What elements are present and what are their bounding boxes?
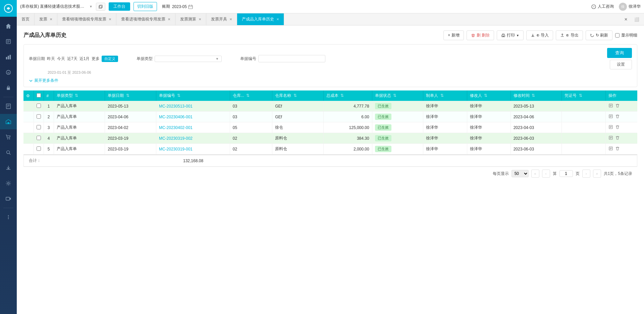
close-tab-button[interactable]: ✕: [622, 15, 630, 23]
new-button[interactable]: + 新增: [443, 30, 464, 40]
column-status[interactable]: 单据状态 ⇅: [372, 90, 423, 101]
filter-yesterday[interactable]: 昨天: [47, 56, 55, 62]
first-page-button[interactable]: «: [531, 170, 539, 178]
page-number-input[interactable]: [559, 170, 573, 177]
delete-button[interactable]: 删 删除: [467, 30, 494, 40]
sidebar-item-purchase[interactable]: [0, 129, 17, 145]
filter-custom-button[interactable]: 自定义: [102, 56, 118, 62]
tab-product-history[interactable]: 产成品入库单历史 ✕: [237, 13, 284, 25]
edit-icon[interactable]: [608, 146, 613, 152]
sidebar-item-invoice[interactable]: [0, 34, 17, 49]
row-number[interactable]: MC-20230513-001: [156, 101, 230, 112]
column-checkbox[interactable]: [34, 90, 44, 101]
row-checkbox[interactable]: [34, 112, 44, 122]
column-warehouse-name[interactable]: 仓库名称 ⇅: [272, 90, 324, 101]
delete-row-icon[interactable]: [615, 146, 620, 152]
row-checkbox[interactable]: [34, 101, 44, 112]
tab-invoice-issue-close[interactable]: ✕: [229, 17, 232, 21]
tab-invoice-close[interactable]: ✕: [50, 17, 52, 21]
tab-invoice-issue[interactable]: 发票开具 ✕: [206, 13, 237, 25]
row-number-link[interactable]: MC-20230406-001: [159, 115, 193, 119]
row-number[interactable]: MC-20230319-001: [156, 144, 230, 154]
row-modifier: 徐泽华: [467, 101, 511, 112]
delete-row-icon[interactable]: [615, 114, 620, 120]
row-checkbox[interactable]: [34, 133, 44, 144]
sidebar-item-tax[interactable]: 税: [0, 65, 17, 80]
set-button[interactable]: 设置: [610, 60, 632, 69]
prev-page-button[interactable]: ‹: [542, 170, 550, 178]
column-date[interactable]: 单据日期 ⇅: [105, 90, 156, 101]
tab-purchase-invoice[interactable]: 查看进项增值税专用发票 ✕: [116, 13, 175, 25]
workbench-button[interactable]: 工作台: [109, 2, 130, 11]
edit-icon[interactable]: [608, 135, 613, 141]
print-button[interactable]: 打印 ▼: [497, 30, 524, 40]
filter-last7[interactable]: 近7天: [67, 56, 77, 62]
last-page-button[interactable]: »: [593, 170, 601, 178]
sidebar-item-query[interactable]: [0, 145, 17, 160]
sidebar-item-lock[interactable]: [0, 80, 17, 96]
edit-icon[interactable]: [608, 125, 613, 130]
filter-last-month[interactable]: 近1月: [79, 56, 90, 62]
switch-version-button[interactable]: 切到旧版: [133, 2, 157, 11]
tab-purchase-invoice-close[interactable]: ✕: [168, 17, 170, 21]
next-page-button[interactable]: ›: [582, 170, 590, 178]
column-settings[interactable]: ⚙: [23, 90, 34, 101]
select-all-checkbox[interactable]: [37, 93, 41, 98]
row-number-link[interactable]: MC-20230319-001: [159, 147, 193, 151]
maximize-button[interactable]: ⬜: [633, 15, 641, 23]
sidebar-item-more[interactable]: [0, 209, 17, 225]
show-detail-toggle[interactable]: 显示明细: [615, 33, 637, 38]
filter-today[interactable]: 今天: [57, 56, 65, 62]
column-modifier[interactable]: 修改人 ⇅: [467, 90, 511, 101]
tab-invoice-calc-close[interactable]: ✕: [199, 17, 201, 21]
sidebar-item-warehouse[interactable]: [0, 114, 17, 129]
sidebar-item-settings[interactable]: [0, 176, 17, 191]
tab-invoice-calc[interactable]: 发票测算 ✕: [175, 13, 206, 25]
sidebar-item-download[interactable]: [0, 160, 17, 176]
row-number-link[interactable]: MC-20230319-002: [159, 136, 193, 141]
tab-sales-invoice[interactable]: 查看销项增值税专用发票 ✕: [57, 13, 116, 25]
delete-row-icon[interactable]: [615, 135, 620, 141]
column-creator[interactable]: 制单人 ⇅: [423, 90, 467, 101]
tab-product-history-close[interactable]: ✕: [276, 17, 279, 21]
row-number[interactable]: MC-20230402-001: [156, 122, 230, 133]
tab-invoice[interactable]: 发票 ✕: [35, 13, 57, 25]
delete-row-icon[interactable]: [615, 125, 620, 130]
row-checkbox[interactable]: [34, 144, 44, 154]
tab-home[interactable]: 首页: [17, 13, 35, 25]
column-voucher-no[interactable]: 凭证号 ⇅: [562, 90, 605, 101]
column-number[interactable]: 单据编号 ⇅: [156, 90, 230, 101]
refresh-button[interactable]: ↻ 刷新: [586, 30, 612, 40]
tab-sales-invoice-close[interactable]: ✕: [109, 17, 111, 21]
show-detail-checkbox[interactable]: [615, 33, 620, 38]
sidebar-item-chart[interactable]: [0, 49, 17, 65]
copy-button[interactable]: [96, 3, 105, 11]
user-profile[interactable]: 徐 徐泽华: [619, 3, 641, 11]
column-modify-time[interactable]: 修改时间 ⇅: [511, 90, 562, 101]
column-total-cost[interactable]: 总成本 ⇅: [323, 90, 372, 101]
row-warehouse-name: 原料仓: [272, 144, 324, 154]
page-size-select[interactable]: 50 20 100: [512, 170, 529, 177]
gear-icon[interactable]: ⚙: [26, 93, 30, 98]
row-number[interactable]: MC-20230319-002: [156, 133, 230, 144]
expand-filter-button[interactable]: 展开更多条件: [29, 78, 58, 83]
column-warehouse-code[interactable]: 仓库... ⇅: [230, 90, 272, 101]
query-button[interactable]: 查询: [607, 48, 632, 58]
column-type[interactable]: 单据类型 ⇅: [54, 90, 105, 101]
import-button[interactable]: ⊕ 导入: [526, 30, 553, 40]
sidebar-item-home[interactable]: [0, 18, 17, 34]
delete-row-icon[interactable]: [615, 103, 620, 109]
filter-number-input[interactable]: [258, 55, 325, 62]
edit-icon[interactable]: [608, 103, 613, 109]
filter-more-dates[interactable]: 更多: [92, 56, 100, 62]
edit-icon[interactable]: [608, 114, 613, 120]
row-checkbox[interactable]: [34, 122, 44, 133]
row-number[interactable]: MC-20230406-001: [156, 112, 230, 122]
sidebar-item-video[interactable]: [0, 191, 17, 206]
export-button[interactable]: ⊕ 导出: [556, 30, 583, 40]
filter-type-select[interactable]: ▼: [155, 56, 222, 62]
help-center[interactable]: ? 人工咨询: [591, 4, 614, 9]
row-number-link[interactable]: MC-20230513-001: [159, 104, 193, 109]
sidebar-item-bill[interactable]: [0, 99, 17, 114]
row-number-link[interactable]: MC-20230402-001: [159, 125, 193, 130]
